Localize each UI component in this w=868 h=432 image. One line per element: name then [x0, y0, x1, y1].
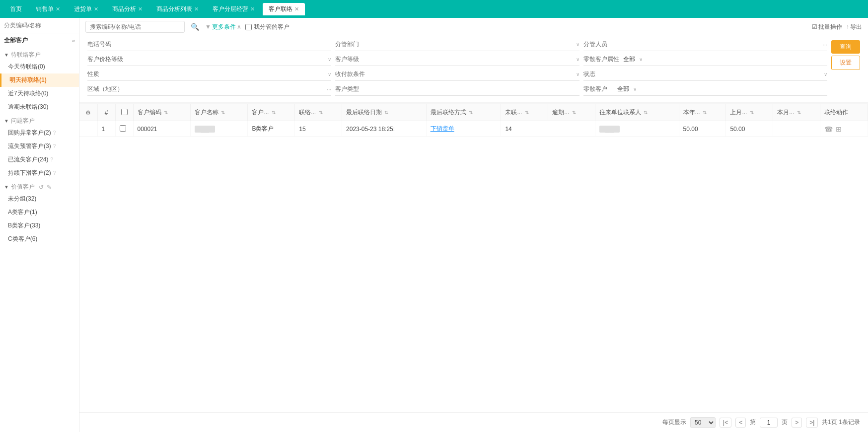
- th-name[interactable]: 客户名称 ⇅: [190, 104, 247, 121]
- th-no-contact[interactable]: 未联... ⇅: [501, 104, 548, 121]
- select-all-checkbox[interactable]: [121, 109, 128, 115]
- th-contact-person[interactable]: 往来单位联系人 ⇅: [595, 104, 679, 121]
- contact-action-icon[interactable]: ☎: [824, 125, 833, 133]
- batch-op-label: 批量操作: [818, 23, 842, 31]
- sidebar-item-repurchase-abnormal[interactable]: 回购异常客户(2) ?: [0, 126, 79, 140]
- th-type[interactable]: 客户... ⇅: [248, 104, 295, 121]
- value-group-refresh[interactable]: ↺: [39, 184, 44, 191]
- region-input[interactable]: [125, 86, 325, 93]
- prev-page-button[interactable]: <: [735, 418, 746, 428]
- nav-sales-order[interactable]: 销售单 ✕: [30, 3, 66, 15]
- my-customers-checkbox-label[interactable]: 我分管的客户: [245, 23, 289, 31]
- nav-purchase-order-close[interactable]: ✕: [94, 6, 98, 12]
- cell-num: 1: [97, 121, 115, 137]
- nav-customer-segmentation[interactable]: 客户分层经营 ✕: [207, 3, 261, 15]
- nav-purchase-order[interactable]: 进货单 ✕: [68, 3, 104, 15]
- status-input[interactable]: [615, 71, 822, 78]
- detail-action-icon[interactable]: ⊞: [836, 125, 842, 133]
- export-icon: ↑: [846, 23, 849, 30]
- th-this-month[interactable]: 本月... ⇅: [773, 104, 820, 121]
- value-group-edit[interactable]: ✎: [47, 184, 52, 191]
- setting-button[interactable]: 设置: [831, 56, 860, 70]
- retail-attr-arrow[interactable]: ∨: [639, 57, 643, 62]
- cell-contacts: 15: [295, 121, 342, 137]
- export-button[interactable]: ↑ 导出: [846, 23, 862, 31]
- retail-attr-value: 全部: [621, 55, 637, 64]
- more-conditions-button[interactable]: ▼ 更多条件 ∧: [205, 23, 241, 31]
- search-input[interactable]: [85, 21, 185, 33]
- nav-customer-contact[interactable]: 客户联络 ✕: [263, 3, 305, 15]
- sidebar-search-input[interactable]: [4, 22, 78, 29]
- table-header-row: ⚙ # 客户编码 ⇅ 客户名称 ⇅ 客户... ⇅: [79, 104, 868, 121]
- sidebar-item-ungrouped[interactable]: 未分组(32): [0, 192, 79, 206]
- query-button[interactable]: 查询: [831, 40, 860, 54]
- last-method-link[interactable]: 下销货单: [431, 125, 454, 132]
- th-this-year[interactable]: 本年... ⇅: [679, 104, 726, 121]
- dept-input[interactable]: [367, 41, 574, 48]
- nature-arrow[interactable]: ∨: [328, 72, 331, 77]
- customer-level-arrow[interactable]: ∨: [576, 57, 579, 62]
- tomorrow-label: 明天待联络(1): [9, 76, 47, 84]
- th-last-date[interactable]: 最后联络日期 ⇅: [342, 104, 427, 121]
- customer-table: ⚙ # 客户编码 ⇅ 客户名称 ⇅ 客户... ⇅: [79, 104, 868, 137]
- price-level-input[interactable]: [125, 56, 326, 63]
- region-dots-icon[interactable]: ···: [327, 86, 331, 92]
- sidebar-item-class-a[interactable]: A类客户(1): [0, 206, 79, 219]
- nature-label: 性质: [87, 70, 117, 78]
- action-icons: ☎ ⊞: [824, 125, 864, 133]
- nav-customer-contact-close[interactable]: ✕: [294, 6, 299, 12]
- sidebar-item-overdue[interactable]: 逾期未联络(30): [0, 100, 79, 114]
- nav-sales-order-close[interactable]: ✕: [56, 6, 60, 12]
- nav-product-analysis-list-close[interactable]: ✕: [194, 6, 199, 12]
- nature-input[interactable]: [119, 71, 326, 78]
- price-level-arrow[interactable]: ∨: [328, 57, 331, 62]
- nav-product-analysis[interactable]: 商品分析 ✕: [106, 3, 148, 15]
- main-layout: 🔍 全部客户 « ▼ 待联络客户 今天待联络(0) 明天待联络(1) 近7天待联…: [0, 18, 868, 432]
- nav-product-analysis-close[interactable]: ✕: [138, 6, 143, 12]
- phone-input[interactable]: [119, 41, 331, 48]
- th-settings[interactable]: ⚙: [79, 104, 97, 121]
- last-page-button[interactable]: >|: [806, 418, 818, 428]
- cell-this-year: 50.00: [679, 121, 726, 137]
- th-overdue[interactable]: 逾期... ⇅: [548, 104, 595, 121]
- my-customers-checkbox[interactable]: [245, 24, 252, 30]
- manager-dots-icon[interactable]: ···: [823, 42, 827, 48]
- status-arrow[interactable]: ∨: [824, 72, 827, 77]
- sidebar-item-churned[interactable]: 已流失客户(24) ?: [0, 153, 79, 166]
- dept-arrow-icon[interactable]: ∨: [576, 42, 579, 47]
- filter-bar: 🔍 ▼ 更多条件 ∧ 我分管的客户 ☑ 批量操作 ↑ 导出: [79, 18, 868, 36]
- sidebar-all-customers[interactable]: 全部客户 «: [0, 33, 79, 48]
- payment-arrow[interactable]: ∨: [576, 72, 579, 77]
- first-page-button[interactable]: |<: [720, 418, 731, 428]
- manager-input[interactable]: [615, 41, 821, 48]
- payment-input[interactable]: [367, 71, 574, 78]
- th-last-month[interactable]: 上月... ⇅: [726, 104, 773, 121]
- cell-checkbox[interactable]: [115, 121, 133, 137]
- th-contacts[interactable]: 联络... ⇅: [295, 104, 342, 121]
- page-size-select[interactable]: 50 100 200: [690, 417, 716, 428]
- nav-home[interactable]: 首页: [4, 3, 28, 15]
- th-last-method[interactable]: 最后联络方式 ⇅: [426, 104, 501, 121]
- sidebar-item-today[interactable]: 今天待联络(0): [0, 60, 79, 73]
- th-code[interactable]: 客户编码 ⇅: [133, 104, 190, 121]
- customer-level-input[interactable]: [367, 56, 574, 63]
- retail-customer-arrow[interactable]: ∨: [633, 86, 637, 92]
- row-checkbox[interactable]: [120, 125, 126, 132]
- sidebar-item-class-c[interactable]: C类客户(6): [0, 232, 79, 246]
- nav-customer-segmentation-close[interactable]: ✕: [250, 6, 255, 12]
- nav-product-analysis-list[interactable]: 商品分析列表 ✕: [150, 3, 205, 15]
- cell-name: ██: [190, 121, 247, 137]
- sidebar-item-7days[interactable]: 近7天待联络(0): [0, 87, 79, 100]
- batch-op-button[interactable]: ☑ 批量操作: [812, 23, 842, 31]
- customer-type-input[interactable]: [367, 86, 579, 93]
- next-page-button[interactable]: >: [792, 418, 802, 428]
- search-button[interactable]: 🔍: [189, 22, 201, 32]
- sidebar-item-churn-warning[interactable]: 流失预警客户(3) ?: [0, 140, 79, 153]
- page-number-input[interactable]: [760, 418, 778, 428]
- sidebar-item-declining[interactable]: 持续下滑客户(2) ?: [0, 166, 79, 180]
- sidebar-group-pending: ▼ 待联络客户: [0, 48, 79, 60]
- cell-last-method[interactable]: 下销货单: [426, 121, 501, 137]
- sidebar-item-tomorrow[interactable]: 明天待联络(1): [0, 73, 79, 87]
- th-check[interactable]: [115, 104, 133, 121]
- sidebar-item-class-b[interactable]: B类客户(33): [0, 219, 79, 232]
